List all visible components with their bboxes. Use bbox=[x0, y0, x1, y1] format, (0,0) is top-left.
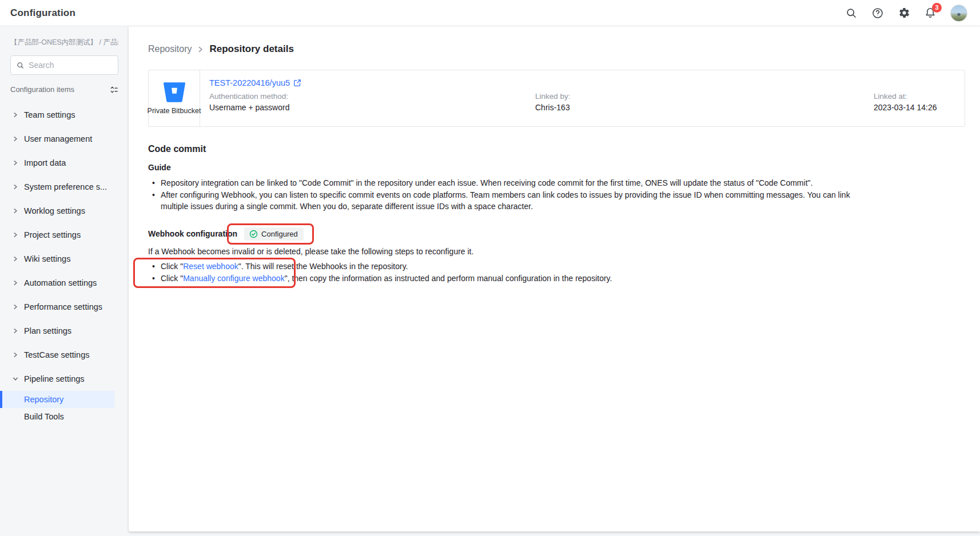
configuration-sidebar: 【产品部-ONES内部测试】 / 产品组 Configuration items bbox=[0, 26, 129, 536]
repository-info: TEST-20220416/yuu5 Authentication method… bbox=[200, 70, 965, 126]
configuration-items-header: Configuration items bbox=[0, 85, 129, 94]
chevron-right-icon bbox=[13, 256, 18, 262]
reset-webhook-link[interactable]: Reset webhook bbox=[183, 262, 238, 271]
sidebar-item-label: Automation settings bbox=[24, 278, 97, 287]
help-icon[interactable] bbox=[871, 7, 884, 19]
chevron-right-icon bbox=[197, 46, 204, 53]
linked-by-block: Linked by: Chris-163 bbox=[535, 92, 874, 112]
user-avatar[interactable] bbox=[950, 5, 967, 22]
chevron-right-icon bbox=[13, 280, 18, 286]
configuration-page: Configuration bbox=[0, 0, 980, 536]
provider-label: Private Bitbucket bbox=[148, 107, 201, 115]
main-content: Repository Repository details Private Bi… bbox=[129, 26, 980, 531]
linked-by-value: Chris-163 bbox=[535, 103, 874, 112]
page-title: Configuration bbox=[10, 7, 75, 19]
repository-provider-cell: Private Bitbucket bbox=[149, 70, 200, 126]
settings-gear-icon[interactable] bbox=[898, 7, 910, 19]
sidebar-item-wiki-settings[interactable]: Wiki settings bbox=[0, 247, 114, 271]
sidebar-item-label: Wiki settings bbox=[24, 254, 70, 263]
notification-count-badge: 3 bbox=[932, 3, 942, 13]
auth-method-block: Authentication method: Username + passwo… bbox=[209, 92, 535, 112]
sidebar-item-testcase-settings[interactable]: TestCase settings bbox=[0, 343, 114, 367]
linked-at-label: Linked at: bbox=[874, 92, 965, 101]
sidebar-item-label: Import data bbox=[24, 158, 66, 167]
team-breadcrumb: 【产品部-ONES内部测试】 / 产品组 bbox=[10, 38, 118, 47]
code-commit-title: Code commit bbox=[148, 144, 965, 154]
sidebar-item-team-settings[interactable]: Team settings bbox=[0, 103, 114, 127]
chevron-right-icon bbox=[13, 208, 18, 214]
webhook-configuration-title: Webhook configuration bbox=[148, 229, 237, 238]
top-header: Configuration bbox=[0, 0, 980, 26]
sidebar-item-label: Build Tools bbox=[24, 412, 64, 421]
sidebar-item-automation-settings[interactable]: Automation settings bbox=[0, 271, 114, 295]
sidebar-item-label: Pipeline settings bbox=[24, 374, 85, 383]
sidebar-item-performance-settings[interactable]: Performance settings bbox=[0, 295, 114, 319]
sidebar-item-import-data[interactable]: Import data bbox=[0, 151, 114, 175]
sidebar-item-label: Plan settings bbox=[24, 326, 71, 335]
linked-by-label: Linked by: bbox=[535, 92, 874, 101]
bitbucket-logo-icon bbox=[164, 82, 185, 102]
webhook-configuration-section: Webhook configuration Configured If a We… bbox=[148, 226, 965, 284]
guide-bullet: Repository integration can be linked to … bbox=[148, 177, 864, 189]
sidebar-item-label: Performance settings bbox=[24, 302, 102, 311]
manually-configure-webhook-link[interactable]: Manually configure webhook bbox=[183, 274, 284, 283]
sidebar-item-label: Repository bbox=[24, 395, 63, 404]
chevron-right-icon bbox=[13, 112, 18, 118]
breadcrumb-repository[interactable]: Repository bbox=[148, 44, 192, 54]
sidebar-item-system-preference[interactable]: System preference s... bbox=[0, 175, 114, 199]
sidebar-item-pipeline-settings[interactable]: Pipeline settings bbox=[0, 367, 114, 391]
chevron-right-icon bbox=[13, 232, 18, 238]
sidebar-item-user-management[interactable]: User management bbox=[0, 127, 114, 151]
guide-list: Repository integration can be linked to … bbox=[148, 177, 965, 212]
sidebar-nav: Team settings User management Import dat… bbox=[0, 103, 129, 425]
sidebar-search-input[interactable] bbox=[29, 61, 112, 70]
collapse-all-icon[interactable] bbox=[110, 86, 118, 94]
chevron-right-icon bbox=[13, 136, 18, 142]
chevron-right-icon bbox=[13, 328, 18, 334]
sidebar-item-label: Team settings bbox=[24, 110, 75, 119]
auth-method-label: Authentication method: bbox=[209, 92, 535, 101]
auth-method-value: Username + password bbox=[209, 103, 535, 112]
sidebar-item-repository[interactable]: Repository bbox=[0, 391, 114, 408]
chevron-right-icon bbox=[13, 352, 18, 358]
chevron-right-icon bbox=[13, 160, 18, 166]
sidebar-item-label: Project settings bbox=[24, 230, 81, 239]
configuration-items-label: Configuration items bbox=[10, 85, 74, 94]
sidebar-item-label: Worklog settings bbox=[24, 206, 85, 215]
webhook-step: Click "Manually configure webhook", then… bbox=[148, 273, 965, 284]
chevron-right-icon bbox=[13, 184, 18, 190]
guide-bullet: After configuring Webhook, you can liste… bbox=[148, 189, 864, 212]
sidebar-item-plan-settings[interactable]: Plan settings bbox=[0, 319, 114, 343]
configured-status-badge: Configured bbox=[244, 227, 304, 241]
chevron-down-icon bbox=[13, 376, 18, 382]
sidebar-item-label: User management bbox=[24, 134, 92, 143]
search-icon[interactable] bbox=[845, 7, 858, 19]
breadcrumb: Repository Repository details bbox=[148, 43, 965, 55]
sidebar-item-label: System preference s... bbox=[24, 182, 107, 191]
sidebar-item-build-tools[interactable]: Build Tools bbox=[0, 408, 114, 425]
sidebar-item-worklog-settings[interactable]: Worklog settings bbox=[0, 199, 114, 223]
check-circle-icon bbox=[249, 230, 258, 238]
search-input-icon bbox=[17, 61, 24, 70]
webhook-steps-list: Click "Reset webhook". This will reset t… bbox=[148, 261, 965, 284]
header-actions: 3 bbox=[845, 5, 967, 22]
linked-at-value: 2023-03-14 14:26 bbox=[874, 103, 965, 112]
sidebar-item-project-settings[interactable]: Project settings bbox=[0, 223, 114, 247]
repository-card: Private Bitbucket TEST-20220416/yuu5 Au bbox=[148, 70, 965, 127]
webhook-intro-text: If a Webhook becomes invalid or is delet… bbox=[148, 246, 965, 257]
sidebar-item-label: TestCase settings bbox=[24, 350, 89, 359]
linked-at-block: Linked at: 2023-03-14 14:26 bbox=[874, 92, 965, 112]
external-link-icon[interactable] bbox=[293, 79, 301, 87]
repository-name-link[interactable]: TEST-20220416/yuu5 bbox=[209, 78, 290, 87]
guide-title: Guide bbox=[148, 163, 965, 172]
breadcrumb-current: Repository details bbox=[209, 43, 293, 55]
notifications-bell-icon[interactable]: 3 bbox=[924, 7, 937, 19]
webhook-step: Click "Reset webhook". This will reset t… bbox=[148, 261, 965, 272]
chevron-right-icon bbox=[13, 304, 18, 310]
sidebar-search[interactable] bbox=[10, 55, 118, 75]
